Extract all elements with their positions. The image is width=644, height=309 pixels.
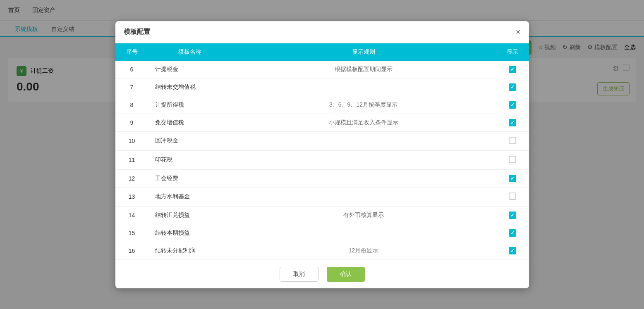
cell-rule: 根据模板配置期间显示 xyxy=(231,61,496,78)
cell-seq: 7 xyxy=(115,78,148,96)
cell-name: 结转汇兑损益 xyxy=(148,206,231,224)
cell-display xyxy=(496,169,529,187)
cell-rule xyxy=(231,224,496,242)
cell-rule xyxy=(231,150,496,169)
cell-display xyxy=(496,96,529,114)
cell-rule: 12月份显示 xyxy=(231,242,496,259)
cell-seq: 16 xyxy=(115,242,148,259)
cell-seq: 12 xyxy=(115,169,148,187)
display-checkbox[interactable] xyxy=(509,212,516,219)
table-row: 12工会经费 xyxy=(115,169,529,187)
display-checkbox[interactable] xyxy=(509,175,516,182)
table-row: 8计提所得税3、6、9、12月按季度显示 xyxy=(115,96,529,114)
modal-title: 模板配置 xyxy=(124,28,150,36)
cell-display xyxy=(496,187,529,206)
col-name: 模板名称 xyxy=(148,43,231,61)
cell-display xyxy=(496,61,529,78)
cell-seq: 13 xyxy=(115,187,148,206)
col-seq: 序号 xyxy=(115,43,148,61)
cell-name: 结转本期损益 xyxy=(148,224,231,242)
cell-display xyxy=(496,114,529,131)
table-row: 14结转汇兑损益有外币核算显示 xyxy=(115,206,529,224)
table-row: 15结转本期损益 xyxy=(115,224,529,242)
cell-rule xyxy=(231,78,496,96)
cell-seq: 6 xyxy=(115,61,148,78)
cell-seq: 9 xyxy=(115,114,148,131)
cell-seq: 11 xyxy=(115,150,148,169)
config-table: 序号 模板名称 显示规则 显示 6计提税金根据模板配置期间显示7结转未交增值税8… xyxy=(115,43,529,260)
table-row: 11印花税 xyxy=(115,150,529,169)
cell-display xyxy=(496,206,529,224)
table-row: 16结转未分配利润12月份显示 xyxy=(115,242,529,259)
cell-rule xyxy=(231,187,496,206)
table-row: 10回冲税金 xyxy=(115,131,529,150)
cell-seq: 15 xyxy=(115,224,148,242)
display-checkbox[interactable] xyxy=(509,247,516,254)
cell-name: 结转未交增值税 xyxy=(148,78,231,96)
cell-rule: 小规模且满足收入条件显示 xyxy=(231,114,496,131)
cell-seq: 10 xyxy=(115,131,148,150)
confirm-button[interactable]: 确认 xyxy=(327,267,365,282)
cell-rule: 有外币核算显示 xyxy=(231,206,496,224)
col-rule: 显示规则 xyxy=(231,43,496,61)
display-checkbox[interactable] xyxy=(509,66,516,73)
display-checkbox[interactable] xyxy=(509,83,516,91)
modal-footer: 取消 确认 xyxy=(115,260,529,288)
display-checkbox[interactable] xyxy=(509,156,516,163)
table-row: 13地方水利基金 xyxy=(115,187,529,206)
modal-overlay: 模板配置 × 序号 模板名称 显示规则 显示 6计提税金根据模板配置期间显示7结… xyxy=(0,0,644,309)
col-display: 显示 xyxy=(496,43,529,61)
modal-body: 序号 模板名称 显示规则 显示 6计提税金根据模板配置期间显示7结转未交增值税8… xyxy=(115,43,529,260)
cell-seq: 14 xyxy=(115,206,148,224)
cell-rule: 3、6、9、12月按季度显示 xyxy=(231,96,496,114)
cell-display xyxy=(496,150,529,169)
modal-header: 模板配置 × xyxy=(115,21,529,43)
display-checkbox[interactable] xyxy=(509,193,516,200)
cell-name: 工会经费 xyxy=(148,169,231,187)
cell-seq: 8 xyxy=(115,96,148,114)
cell-rule xyxy=(231,131,496,150)
modal-close-button[interactable]: × xyxy=(516,28,521,36)
cell-name: 回冲税金 xyxy=(148,131,231,150)
cell-display xyxy=(496,78,529,96)
cell-display xyxy=(496,131,529,150)
display-checkbox[interactable] xyxy=(509,101,516,109)
display-checkbox[interactable] xyxy=(509,119,516,126)
cell-name: 印花税 xyxy=(148,150,231,169)
table-header: 序号 模板名称 显示规则 显示 xyxy=(115,43,529,61)
display-checkbox[interactable] xyxy=(509,137,516,144)
cell-name: 免交增值税 xyxy=(148,114,231,131)
cell-name: 结转未分配利润 xyxy=(148,242,231,259)
cell-display xyxy=(496,224,529,242)
table-body: 6计提税金根据模板配置期间显示7结转未交增值税8计提所得税3、6、9、12月按季… xyxy=(115,61,529,260)
cell-rule xyxy=(231,169,496,187)
table-row: 6计提税金根据模板配置期间显示 xyxy=(115,61,529,78)
table-row: 9免交增值税小规模且满足收入条件显示 xyxy=(115,114,529,131)
cell-name: 计提所得税 xyxy=(148,96,231,114)
display-checkbox[interactable] xyxy=(509,229,516,237)
cell-display xyxy=(496,242,529,259)
template-config-modal: 模板配置 × 序号 模板名称 显示规则 显示 6计提税金根据模板配置期间显示7结… xyxy=(115,21,529,288)
cell-name: 计提税金 xyxy=(148,61,231,78)
table-row: 7结转未交增值税 xyxy=(115,78,529,96)
cell-name: 地方水利基金 xyxy=(148,187,231,206)
cancel-button[interactable]: 取消 xyxy=(280,267,318,282)
